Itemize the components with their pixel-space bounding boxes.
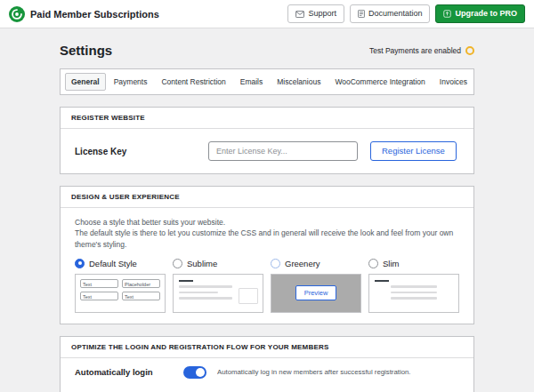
thumbnail-box xyxy=(239,288,258,304)
tab-general[interactable]: General xyxy=(65,73,106,91)
thumbnail-field: Text xyxy=(122,292,160,300)
style-thumbnail-sublime[interactable] xyxy=(173,274,263,313)
login-flow-card: OPTIMIZE THE LOGIN AND REGISTRATION FLOW… xyxy=(60,336,474,392)
thumbnail-title-bar xyxy=(375,280,389,283)
settings-page: Settings Test Payments are enabled Gener… xyxy=(60,28,474,392)
documentation-button[interactable]: Documentation xyxy=(350,4,431,23)
prevent-account-sharing-row: Prevent Account Sharing Prevent users fr… xyxy=(61,387,473,392)
thumbnail-field: Text xyxy=(80,279,118,288)
brand: Paid Member Subscriptions xyxy=(9,6,159,22)
page-head: Settings Test Payments are enabled xyxy=(60,43,474,58)
login-flow-heading: OPTIMIZE THE LOGIN AND REGISTRATION FLOW… xyxy=(61,337,473,358)
style-option-greenery[interactable]: Greenery Preview xyxy=(271,259,361,313)
thumbnail-line xyxy=(179,292,218,294)
automatically-login-label: Automatically login xyxy=(75,367,183,377)
upgrade-icon xyxy=(443,10,451,18)
thumbnail-field: Placeholder xyxy=(122,279,160,288)
status-ring-icon xyxy=(465,46,474,55)
design-description-line2: The default style is there to let you cu… xyxy=(75,228,459,250)
radio-sublime[interactable] xyxy=(173,259,182,268)
radio-greenery[interactable] xyxy=(271,259,280,268)
design-body: Choose a style that better suits your we… xyxy=(61,208,473,324)
register-website-heading: REGISTER WEBSITE xyxy=(61,108,473,129)
tab-invoices[interactable]: Invoices xyxy=(433,73,473,91)
style-option-slim-row: Slim xyxy=(368,259,459,268)
design-heading: DESIGN & USER EXPERIENCE xyxy=(61,187,473,208)
style-option-default-label: Default Style xyxy=(89,259,137,268)
tab-miscelanious[interactable]: Miscelanious xyxy=(271,73,327,91)
style-option-greenery-row: Greenery xyxy=(271,259,361,268)
automatically-login-description: Automatically log in new members after s… xyxy=(217,368,411,376)
pms-logo-icon xyxy=(9,6,25,22)
radio-slim[interactable] xyxy=(368,259,378,268)
upgrade-label: Upgrade to PRO xyxy=(455,10,517,18)
envelope-icon xyxy=(295,11,304,18)
thumbnail-line xyxy=(179,297,232,300)
style-option-default[interactable]: Default Style Text Placeholder Text Text xyxy=(75,259,166,313)
tab-content-restriction[interactable]: Content Restriction xyxy=(155,73,231,91)
settings-tabs: General Payments Content Restriction Ema… xyxy=(60,68,474,95)
style-option-slim[interactable]: Slim xyxy=(368,259,459,313)
style-option-slim-label: Slim xyxy=(383,259,399,268)
thumbnail-line xyxy=(391,285,437,288)
design-description-line1: Choose a style that better suits your we… xyxy=(75,217,459,228)
style-option-sublime-row: Sublime xyxy=(173,259,263,268)
design-card: DESIGN & USER EXPERIENCE Choose a style … xyxy=(60,186,474,324)
register-license-button[interactable]: Register License xyxy=(370,141,457,161)
style-option-default-row: Default Style xyxy=(75,259,166,268)
preview-button[interactable]: Preview xyxy=(295,285,337,300)
license-key-label: License Key xyxy=(75,147,208,156)
thumbnail-title-bar xyxy=(179,280,193,283)
automatically-login-toggle[interactable] xyxy=(183,366,206,379)
documentation-label: Documentation xyxy=(368,10,423,18)
test-payments-status: Test Payments are enabled xyxy=(369,46,474,55)
document-icon xyxy=(358,10,365,18)
tab-payments[interactable]: Payments xyxy=(108,73,154,91)
style-thumbnail-slim[interactable] xyxy=(368,274,459,313)
style-options: Default Style Text Placeholder Text Text… xyxy=(75,259,459,313)
style-thumbnail-greenery[interactable]: Preview xyxy=(271,274,361,313)
support-label: Support xyxy=(308,10,336,18)
support-button[interactable]: Support xyxy=(287,4,344,23)
register-website-card: REGISTER WEBSITE License Key Register Li… xyxy=(60,107,474,174)
style-thumbnail-default[interactable]: Text Placeholder Text Text xyxy=(75,274,166,313)
thumbnail-line xyxy=(391,292,437,294)
tab-woocommerce-integration[interactable]: WooCommerce Integration xyxy=(328,73,431,91)
thumbnail-field: Text xyxy=(80,292,118,300)
page-title: Settings xyxy=(60,43,112,58)
upgrade-pro-button[interactable]: Upgrade to PRO xyxy=(435,4,525,23)
license-key-input[interactable] xyxy=(208,141,358,161)
app-title: Paid Member Subscriptions xyxy=(30,9,159,20)
topbar: Paid Member Subscriptions Support Docume… xyxy=(0,0,534,28)
radio-default-style[interactable] xyxy=(75,259,85,268)
style-option-sublime-label: Sublime xyxy=(187,259,217,268)
thumbnail-line xyxy=(179,285,232,288)
status-text: Test Payments are enabled xyxy=(369,46,461,55)
license-key-row: License Key Register License xyxy=(61,129,473,173)
tab-emails[interactable]: Emails xyxy=(234,73,270,91)
style-option-sublime[interactable]: Sublime xyxy=(173,259,263,313)
topbar-actions: Support Documentation Upgrade to PRO xyxy=(287,4,525,23)
automatically-login-row: Automatically login Automatically log in… xyxy=(61,358,473,387)
style-option-greenery-label: Greenery xyxy=(285,259,320,268)
thumbnail-line xyxy=(391,297,437,300)
